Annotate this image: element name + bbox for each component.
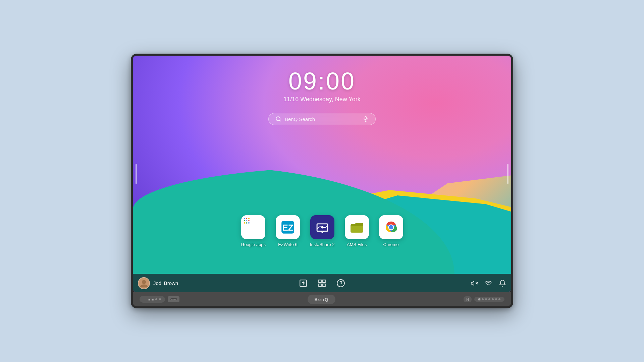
app-chrome[interactable]: Chrome bbox=[379, 215, 403, 247]
bezel-led-5 bbox=[492, 298, 494, 300]
help-button[interactable] bbox=[336, 279, 345, 288]
app-google-apps[interactable]: Google apps bbox=[241, 215, 266, 247]
bezel-right: N bbox=[464, 296, 504, 302]
taskbar: Jodi Brown bbox=[133, 274, 511, 292]
search-placeholder-text: BenQ Search bbox=[285, 116, 359, 122]
taskbar-right bbox=[471, 280, 506, 287]
bezel-center: BenQ bbox=[308, 295, 335, 304]
screen-content: 09:00 11/16 Wednesday, New York BenQ Sea… bbox=[133, 56, 511, 274]
chrome-icon-img bbox=[379, 215, 403, 239]
svg-rect-2 bbox=[365, 117, 367, 120]
bezel-dot-2 bbox=[159, 298, 161, 300]
bezel-left: — ■ ■ bbox=[140, 296, 179, 303]
svg-rect-22 bbox=[319, 284, 321, 287]
ezwrite-icon-img: EZ bbox=[276, 215, 300, 239]
notification-button[interactable] bbox=[499, 280, 506, 287]
app-ezwrite6[interactable]: EZ EZWrite 6 bbox=[276, 215, 300, 247]
app-instashare2[interactable]: InstaShare 2 bbox=[310, 215, 335, 247]
svg-text:EZ: EZ bbox=[282, 223, 293, 233]
svg-point-10 bbox=[321, 226, 323, 228]
bezel-led-3 bbox=[485, 298, 487, 300]
side-handle-left[interactable] bbox=[136, 164, 137, 184]
bezel-speaker bbox=[168, 296, 179, 302]
nfc-label: N bbox=[466, 297, 469, 301]
svg-point-15 bbox=[389, 225, 393, 230]
bezel-led-6 bbox=[495, 298, 497, 300]
instashare-icon-img bbox=[310, 215, 334, 239]
microphone-icon[interactable] bbox=[363, 116, 369, 122]
bezel-led-4 bbox=[488, 298, 490, 300]
google-apps-label: Google apps bbox=[241, 242, 266, 247]
svg-marker-26 bbox=[471, 281, 474, 285]
user-name-label: Jodi Brown bbox=[153, 280, 178, 286]
apps-area: Google apps EZ EZWrite 6 bbox=[133, 208, 511, 274]
bezel-dot-1 bbox=[155, 298, 157, 300]
search-icon bbox=[275, 116, 281, 122]
app-ams-files[interactable]: AMS Files bbox=[345, 215, 369, 247]
bezel-controls: — ■ ■ bbox=[140, 296, 165, 303]
clock-date: 11/16 Wednesday, New York bbox=[133, 96, 511, 103]
ams-files-label: AMS Files bbox=[347, 242, 367, 247]
svg-rect-20 bbox=[319, 280, 321, 283]
amsfiles-icon-img bbox=[345, 215, 369, 239]
svg-point-17 bbox=[142, 280, 146, 284]
taskbar-center bbox=[299, 279, 345, 288]
ezwrite-label: EZWrite 6 bbox=[278, 242, 298, 247]
instashare-label: InstaShare 2 bbox=[310, 242, 335, 247]
mute-button[interactable] bbox=[471, 280, 478, 287]
svg-line-1 bbox=[279, 120, 280, 121]
bezel-leds bbox=[474, 297, 504, 302]
clock-time: 09:00 bbox=[133, 69, 511, 93]
upload-button[interactable] bbox=[299, 279, 308, 288]
svg-rect-21 bbox=[323, 280, 325, 283]
google-apps-icon-img bbox=[241, 215, 265, 239]
bezel-led-7 bbox=[498, 298, 500, 300]
bezel-nfc-indicator: N bbox=[464, 296, 472, 302]
bezel-brand-label: BenQ bbox=[314, 297, 329, 302]
monitor: 09:00 11/16 Wednesday, New York BenQ Sea… bbox=[131, 54, 513, 308]
svg-rect-23 bbox=[323, 284, 325, 287]
search-bar[interactable]: BenQ Search bbox=[268, 113, 376, 125]
bottom-bezel: — ■ ■ BenQ N bbox=[133, 292, 511, 306]
side-handle-right[interactable] bbox=[507, 164, 508, 184]
wifi-button[interactable] bbox=[485, 280, 492, 287]
bezel-led-1 bbox=[478, 298, 480, 300]
grid-button[interactable] bbox=[318, 279, 326, 288]
bezel-usb-indicator: — ■ ■ bbox=[144, 297, 154, 301]
screen: 09:00 11/16 Wednesday, New York BenQ Sea… bbox=[133, 56, 511, 292]
search-container: BenQ Search bbox=[133, 113, 511, 125]
chrome-label: Chrome bbox=[383, 242, 399, 247]
svg-point-0 bbox=[276, 117, 280, 121]
user-avatar[interactable] bbox=[138, 277, 150, 289]
bezel-led-2 bbox=[482, 298, 484, 300]
clock-area: 09:00 11/16 Wednesday, New York bbox=[133, 56, 511, 103]
